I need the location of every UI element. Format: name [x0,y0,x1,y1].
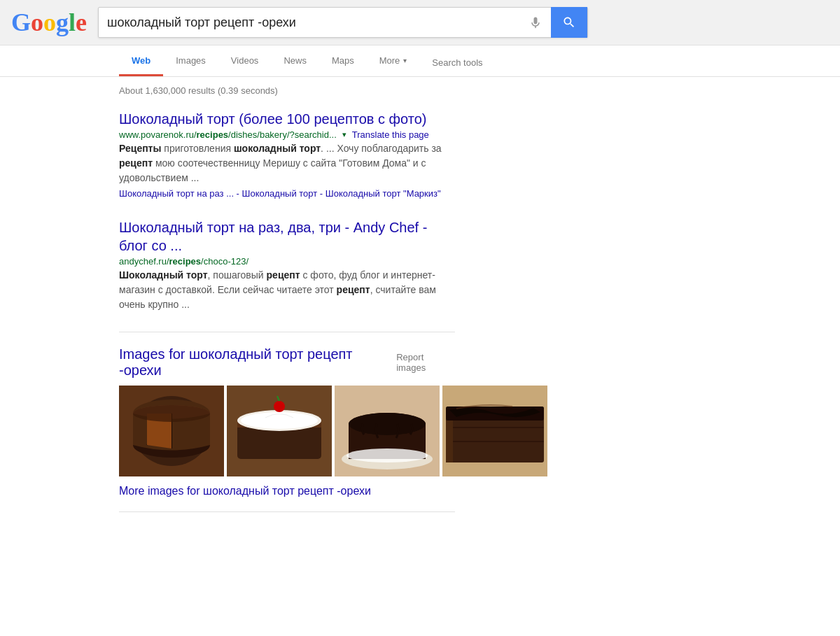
result-url-line: andychef.ru/recipes/choco-123/ [119,256,455,267]
logo-letter-g2: g [56,8,69,37]
result-url: andychef.ru/recipes/choco-123/ [119,256,248,267]
tab-images[interactable]: Images [163,45,218,76]
images-section: Images for шоколадный торт рецепт -орехи… [119,346,455,497]
tab-web[interactable]: Web [119,45,163,76]
tab-videos[interactable]: Videos [218,45,272,76]
search-icon [562,15,576,29]
dropdown-arrow-url[interactable]: ▾ [342,130,346,139]
cake-image-1 [119,386,224,476]
cake-image-2 [227,386,332,476]
results-container: About 1,630,000 results (0.39 seconds) Ш… [0,77,455,512]
result-sublinks[interactable]: Шоколадный торт на раз ... - Шоколадный … [119,188,455,199]
search-result: Шоколадный торт (более 100 рецептов с фо… [119,110,455,199]
cake-image-4 [442,386,547,476]
result-title[interactable]: Шоколадный торт (более 100 рецептов с фо… [119,110,455,128]
search-bar [98,7,588,38]
result-url-keyword: recipes [169,256,202,267]
logo-letter-l: l [69,8,76,37]
tab-news[interactable]: News [271,45,319,76]
more-dropdown-arrow: ▾ [403,57,407,64]
svg-point-25 [346,448,428,462]
cake-image-3 [335,386,440,476]
result-url-keyword: recipes [197,129,229,140]
microphone-button[interactable] [520,15,551,29]
microphone-icon [528,15,542,29]
image-thumbnail[interactable] [442,386,547,476]
tab-more[interactable]: More ▾ [367,45,420,76]
search-input[interactable] [99,8,520,37]
image-thumbnail[interactable] [335,386,440,476]
report-images-link[interactable]: Report images [396,352,455,373]
result-url: www.povarenok.ru/recipes/dishes/bakery/?… [119,129,337,140]
svg-point-16 [274,401,285,412]
result-snippet: Шоколадный торт, пошаговый рецепт с фото… [119,268,455,312]
logo-letter-e: e [76,8,87,37]
images-header: Images for шоколадный торт рецепт -орехи… [119,346,455,379]
svg-rect-31 [446,421,453,462]
image-thumbnail[interactable] [119,386,224,476]
more-images-link[interactable]: More images for шоколадный торт рецепт -… [119,485,455,497]
result-title[interactable]: Шоколадный торт на раз, два, три - Andy … [119,218,455,255]
svg-point-9 [133,405,210,422]
image-thumbnail[interactable] [227,386,332,476]
tab-maps[interactable]: Maps [319,45,367,76]
result-count: About 1,630,000 results (0.39 seconds) [119,85,455,96]
search-result: Шоколадный торт на раз, два, три - Andy … [119,218,455,312]
google-logo: Google [11,8,87,37]
search-button[interactable] [551,7,587,38]
bottom-divider [119,511,455,512]
search-tools-button[interactable]: Search tools [419,48,495,76]
images-grid [119,386,455,476]
images-section-title[interactable]: Images for шоколадный торт рецепт -орехи [119,346,396,379]
navigation-tabs: Web Images Videos News Maps More ▾ Searc… [0,45,840,77]
header: Google [0,0,840,45]
logo-letter-g: G [11,8,31,37]
svg-point-24 [349,413,426,435]
section-divider [119,332,455,332]
result-url-line: www.povarenok.ru/recipes/dishes/bakery/?… [119,129,455,140]
logo-letter-o2: o [43,8,56,37]
translate-link[interactable]: Translate this page [352,129,429,140]
result-snippet: Рецепты приготовления шоколадный торт. .… [119,141,455,185]
logo-letter-o1: o [31,8,43,37]
